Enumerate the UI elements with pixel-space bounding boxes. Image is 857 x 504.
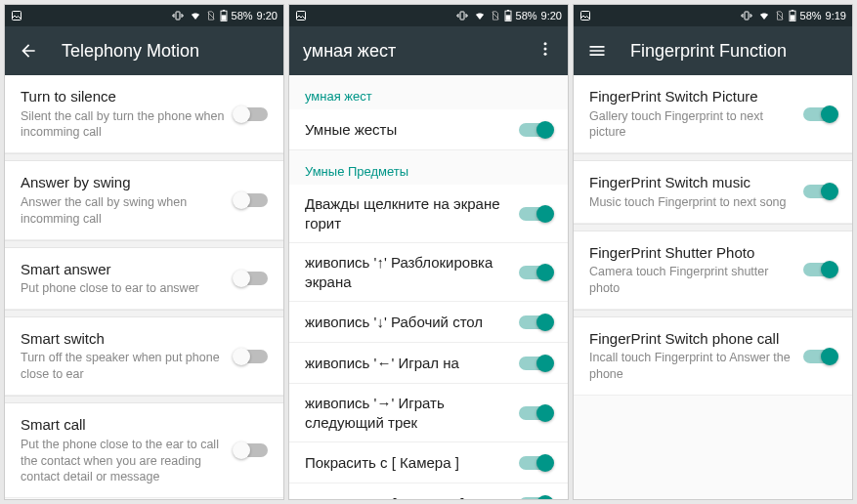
item-title: живопись '→' Играть следующий трек: [305, 394, 511, 432]
divider: [574, 153, 852, 161]
phone-screen-2: 58% 9:20 умная жест умная жест Умные жес…: [288, 4, 569, 500]
battery-icon: [504, 10, 512, 21]
svg-rect-13: [581, 12, 590, 21]
status-bar: 58% 9:20: [289, 5, 568, 26]
app-bar: Fingerprint Function: [574, 26, 852, 75]
toggle-switch[interactable]: [803, 107, 836, 121]
item-title: FingerPrint Switch music: [589, 173, 795, 192]
item-sub: Turn off the speaker when put phone clos…: [21, 350, 227, 383]
smart-answer-row[interactable]: Smart answerPut phone close to ear to an…: [5, 248, 283, 310]
svg-rect-14: [745, 12, 749, 20]
toggle-switch[interactable]: [519, 456, 552, 470]
toggle-switch[interactable]: [235, 107, 268, 121]
toggle-switch[interactable]: [519, 406, 552, 420]
svg-rect-4: [221, 15, 226, 20]
svg-rect-1: [176, 12, 180, 20]
svg-rect-3: [222, 10, 224, 11]
photo-icon: [11, 10, 22, 21]
item-title: Turn to silence: [21, 87, 227, 106]
settings-list: Turn to silenceSilent the call by turn t…: [5, 75, 283, 499]
settings-list: FingerPrint Switch PictureGallery touch …: [574, 75, 852, 499]
toggle-switch[interactable]: [235, 443, 268, 457]
list-item[interactable]: живопись '←' Играл на: [289, 343, 568, 384]
answer-by-swing-row[interactable]: Answer by swingAnswer the call by swing …: [5, 161, 283, 239]
item-sub: Camera touch Fingerprint shutter photo: [589, 264, 795, 297]
list-item[interactable]: живопись '→' Играть следующий трек: [289, 384, 568, 442]
item-title: FingerPrint Switch phone call: [589, 329, 795, 349]
list-item[interactable]: Дважды щелкните на экране горит: [289, 185, 568, 243]
overflow-icon[interactable]: [536, 40, 554, 62]
page-title: Fingerprint Function: [630, 41, 838, 62]
toggle-switch[interactable]: [235, 193, 268, 207]
item-sub: Put the phone close to the ear to call t…: [21, 437, 227, 486]
smart-switch-row[interactable]: Smart switchTurn off the speaker when pu…: [5, 317, 283, 396]
page-title: Telephony Motion: [62, 41, 270, 62]
fingerprint-music-row[interactable]: FingerPrint Switch musicMusic touch Fing…: [574, 161, 852, 223]
item-sub: Incall touch Fingerprint to Answer the p…: [589, 350, 795, 383]
list-item[interactable]: Покрасить e [ Браузер ]: [289, 483, 568, 499]
toggle-switch[interactable]: [803, 185, 836, 198]
divider: [5, 153, 283, 161]
app-bar: умная жест: [289, 26, 568, 75]
settings-list: умная жест Умные жесты Умные Предметы Дв…: [289, 75, 568, 499]
item-title: живопись '↓' Рабочий стол: [305, 313, 511, 332]
item-sub: Put phone close to ear to answer: [21, 280, 227, 297]
fingerprint-shutter-row[interactable]: FingerPrint Shutter PhotoCamera touch Fi…: [574, 231, 852, 310]
svg-point-11: [544, 48, 547, 51]
vibrate-icon: [455, 10, 469, 21]
toggle-switch[interactable]: [519, 266, 552, 279]
item-title: FingerPrint Shutter Photo: [589, 243, 795, 263]
status-bar: 58% 9:20: [5, 5, 283, 26]
wifi-icon: [757, 10, 771, 21]
item-title: живопись '↑' Разблокировка экрана: [305, 253, 511, 291]
turn-to-silence-row[interactable]: Turn to silenceSilent the call by turn t…: [5, 75, 283, 153]
toggle-switch[interactable]: [803, 263, 836, 276]
photo-icon: [579, 10, 591, 21]
divider: [5, 396, 283, 403]
fingerprint-call-row[interactable]: FingerPrint Switch phone callIncall touc…: [574, 317, 852, 396]
toggle-switch[interactable]: [235, 272, 268, 285]
battery-text: 58%: [232, 10, 253, 21]
svg-point-12: [544, 53, 547, 56]
page-title: умная жест: [303, 41, 513, 62]
toggle-switch[interactable]: [519, 357, 552, 370]
no-sim-icon: [491, 10, 500, 21]
toggle-switch[interactable]: [519, 207, 552, 221]
item-title: Покрасить c [ Камера ]: [305, 453, 511, 473]
toggle-switch[interactable]: [519, 315, 552, 329]
smart-gestures-row[interactable]: Умные жесты: [289, 109, 568, 150]
no-sim-icon: [206, 10, 216, 21]
toggle-switch[interactable]: [803, 350, 836, 363]
fingerprint-picture-row[interactable]: FingerPrint Switch PictureGallery touch …: [574, 75, 852, 153]
phone-screen-1: 58% 9:20 Telephony Motion Turn to silenc…: [4, 4, 284, 500]
toggle-switch[interactable]: [519, 123, 552, 137]
list-item[interactable]: Покрасить c [ Камера ]: [289, 442, 568, 483]
app-bar: Telephony Motion: [5, 26, 283, 75]
section-header: Умные Предметы: [289, 150, 568, 185]
item-title: Дважды щелкните на экране горит: [305, 194, 511, 232]
list-item[interactable]: живопись '↓' Рабочий стол: [289, 302, 568, 343]
toggle-switch[interactable]: [235, 350, 268, 363]
hamburger-icon[interactable]: [587, 41, 607, 61]
svg-rect-16: [791, 10, 793, 11]
item-title: Умные жесты: [305, 120, 511, 140]
clock-text: 9:20: [541, 10, 562, 21]
no-sim-icon: [775, 10, 785, 21]
divider: [5, 240, 283, 248]
back-icon[interactable]: [19, 41, 38, 61]
battery-text: 58%: [516, 10, 537, 21]
svg-rect-8: [506, 10, 508, 11]
svg-rect-9: [505, 15, 510, 20]
smart-call-row[interactable]: Smart callPut the phone close to the ear…: [5, 403, 283, 498]
item-title: Smart switch: [21, 329, 227, 349]
item-title: живопись '←' Играл на: [305, 354, 511, 373]
list-item[interactable]: живопись '↑' Разблокировка экрана: [289, 243, 568, 302]
item-title: Answer by swing: [21, 173, 227, 192]
item-title: Smart call: [21, 415, 227, 435]
toggle-switch[interactable]: [519, 497, 552, 500]
divider: [574, 310, 852, 317]
vibrate-icon: [171, 10, 185, 21]
item-sub: Answer the call by swing when incomming …: [21, 194, 227, 228]
wifi-icon: [473, 10, 487, 21]
divider: [574, 224, 852, 231]
